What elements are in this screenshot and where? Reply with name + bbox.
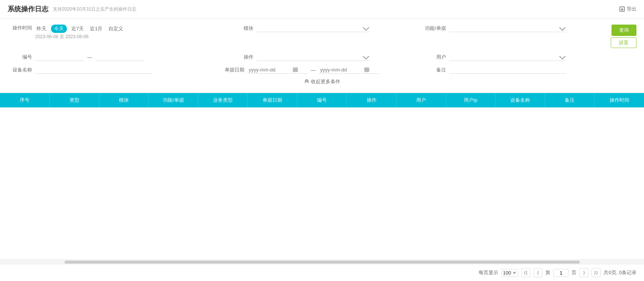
user-filter-group: 用户 — [397, 53, 591, 61]
bottom-area: 每页显示 100 ⟨⟨ ⟨ 第 页 ⟩ ⟩⟩ — [0, 259, 644, 281]
remark-label: 备注 — [422, 67, 446, 73]
query-button[interactable]: 查询 — [612, 25, 636, 36]
page-header: 系统操作日志 支持2020年10月31日之后产生的操作日志 导出 — [0, 0, 644, 19]
date-from-input[interactable] — [247, 66, 293, 73]
module-input[interactable] — [256, 25, 364, 32]
total-info: 共0页, 0条记录 — [604, 269, 636, 276]
time-col: 昨天 今天 近7天 近1月 自定义 2023-06-06 至 2023-06-0… — [35, 25, 128, 40]
col-type: 类型 — [49, 93, 99, 107]
calendar-to-icon[interactable] — [364, 67, 370, 73]
svg-rect-6 — [364, 68, 369, 72]
user-label: 用户 — [422, 54, 446, 61]
col-user-ip: 用户ip — [446, 93, 495, 107]
time-btn-custom[interactable]: 自定义 — [107, 25, 125, 33]
first-page-icon: ⟨⟨ — [524, 270, 528, 275]
date-to-input[interactable] — [319, 66, 364, 73]
page-unit: 页 — [571, 269, 576, 276]
export-button[interactable]: 导出 — [619, 6, 636, 12]
next-page-button[interactable]: ⟩ — [579, 268, 588, 277]
remark-filter-group: 备注 — [397, 66, 591, 74]
time-buttons: 昨天 今天 近7天 近1月 自定义 — [35, 25, 125, 33]
module-select[interactable] — [256, 25, 370, 32]
table-header: 序号 类型 模块 功能/单据 业务类型 单据日期 编号 操作 用户 用户ip 设… — [0, 93, 644, 107]
user-select[interactable] — [449, 53, 566, 61]
per-page-label: 每页显示 — [479, 269, 498, 276]
calendar-from-icon[interactable] — [293, 67, 299, 73]
first-page-button[interactable]: ⟨⟨ — [521, 268, 530, 277]
code-input-from[interactable] — [35, 53, 84, 61]
code-label: 编号 — [8, 54, 32, 61]
filter-area: 操作时间 昨天 今天 近7天 近1月 自定义 2023-06-06 至 2023… — [0, 19, 644, 93]
prev-page-icon: ⟨ — [537, 270, 539, 275]
page-size-select[interactable]: 100 — [501, 269, 519, 277]
prev-page-button[interactable]: ⟨ — [533, 268, 542, 277]
func-input[interactable] — [449, 25, 560, 32]
time-range-text: 2023-06-06 至 2023-06-06 — [35, 34, 128, 40]
module-filter-group: 模块 — [202, 25, 397, 32]
device-label: 设备名称 — [8, 67, 32, 73]
page-number-input[interactable] — [553, 269, 568, 277]
settings-button[interactable]: 设置 — [611, 37, 636, 48]
page-subtitle: 支持2020年10月31日之后产生的操作日志 — [53, 6, 136, 12]
date-dash: — — [311, 67, 316, 73]
last-page-icon: ⟩⟩ — [594, 270, 598, 275]
time-label: 操作时间 — [8, 25, 32, 31]
code-input-to[interactable] — [95, 53, 144, 61]
func-filter-group: 功能/单据 — [397, 25, 591, 32]
time-btn-7days[interactable]: 近7天 — [70, 25, 85, 33]
page-size-value: 100 — [503, 270, 511, 276]
date-from-wrapper — [247, 66, 308, 74]
operation-label: 操作 — [229, 54, 253, 61]
func-chevron-down-icon — [559, 25, 566, 31]
table-area: 序号 类型 模块 功能/单据 业务类型 单据日期 编号 操作 用户 用户ip 设… — [0, 93, 644, 259]
collapse-up-icon — [304, 79, 309, 84]
last-page-button[interactable]: ⟩⟩ — [591, 268, 601, 277]
operation-filter-group: 操作 — [202, 53, 397, 61]
next-page-icon: ⟩ — [583, 270, 585, 275]
pagination-area: 每页显示 100 ⟨⟨ ⟨ 第 页 ⟩ ⟩⟩ — [0, 264, 644, 281]
svg-rect-2 — [293, 68, 298, 72]
action-buttons: 查询 设置 — [591, 25, 636, 48]
collapse-row: 收起更多条件 — [8, 75, 636, 87]
col-biz-type: 业务类型 — [198, 93, 248, 107]
doc-date-filter-group: 单据日期 — — [202, 66, 397, 74]
export-icon — [619, 6, 625, 12]
remark-input[interactable] — [449, 66, 566, 74]
filter-row-3: 设备名称 单据日期 — — [8, 66, 636, 74]
scrollbar-area[interactable] — [0, 259, 644, 264]
time-btn-today[interactable]: 今天 — [51, 25, 67, 33]
module-chevron-down-icon — [363, 25, 369, 31]
col-code: 编号 — [297, 93, 347, 107]
device-filter-group: 设备名称 — [8, 66, 202, 74]
time-filter-group: 操作时间 昨天 今天 近7天 近1月 自定义 2023-06-06 至 2023… — [8, 25, 202, 40]
data-table: 序号 类型 模块 功能/单据 业务类型 单据日期 编号 操作 用户 用户ip 设… — [0, 93, 644, 107]
col-module: 模块 — [99, 93, 148, 107]
time-btn-yesterday[interactable]: 昨天 — [35, 25, 48, 33]
filter-row-2: 编号 — 操作 用户 — [8, 53, 636, 61]
filter-row-1: 操作时间 昨天 今天 近7天 近1月 自定义 2023-06-06 至 2023… — [8, 25, 636, 48]
export-label: 导出 — [627, 6, 636, 12]
date-to-wrapper — [319, 66, 379, 74]
operation-input[interactable] — [256, 53, 364, 61]
col-remark: 备注 — [545, 93, 595, 107]
time-btn-1month[interactable]: 近1月 — [88, 25, 104, 33]
func-select[interactable] — [449, 25, 566, 32]
page-title: 系统操作日志 — [8, 5, 48, 14]
user-chevron-down-icon — [559, 53, 566, 60]
func-label: 功能/单据 — [422, 25, 446, 32]
col-user: 用户 — [396, 93, 446, 107]
col-doc-date: 单据日期 — [248, 93, 297, 107]
device-input[interactable] — [35, 66, 152, 74]
table-header-row: 序号 类型 模块 功能/单据 业务类型 单据日期 编号 操作 用户 用户ip 设… — [0, 93, 644, 107]
page-label: 第 — [545, 269, 550, 276]
col-op-time: 操作时间 — [595, 93, 644, 107]
operation-select[interactable] — [256, 53, 370, 61]
module-label: 模块 — [229, 25, 253, 32]
page-size-chevron-icon — [513, 270, 516, 276]
user-input[interactable] — [449, 53, 560, 61]
scrollbar-track — [65, 261, 580, 264]
collapse-button[interactable]: 收起更多条件 — [304, 78, 340, 85]
code-filter-group: 编号 — — [8, 53, 202, 61]
col-seq: 序号 — [0, 93, 49, 107]
col-device: 设备名称 — [495, 93, 545, 107]
